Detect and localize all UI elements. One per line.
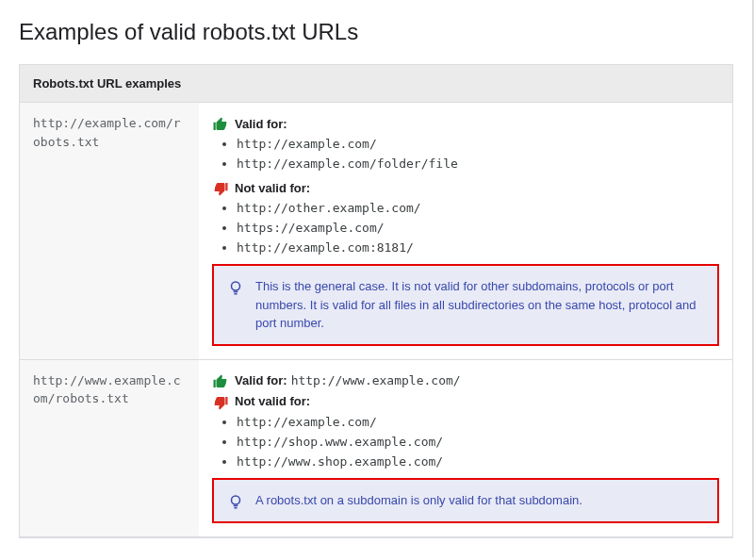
robots-url-cell: http://www.example.com/robots.txt [20,360,199,536]
note-text: A robots.txt on a subdomain is only vali… [255,491,582,510]
list-item: http://example.com/ [237,415,719,429]
list-item: http://other.example.com/ [237,201,719,215]
table-row: http://example.com/robots.txt Valid for:… [20,103,732,360]
valid-url-list: http://example.com/ http://example.com/f… [212,137,719,171]
thumbs-down-icon [212,394,229,409]
valid-for-line: Valid for: http://www.example.com/ [212,373,719,388]
not-valid-for-label: Not valid for: [235,394,310,408]
not-valid-for-line: Not valid for: [212,180,719,195]
not-valid-url-list: http://other.example.com/ https://exampl… [212,201,719,255]
valid-for-line: Valid for: [212,116,719,131]
svg-point-0 [232,282,240,290]
description-cell: Valid for: http://www.example.com/ Not v… [199,360,732,536]
valid-inline-url: http://www.example.com/ [291,373,461,387]
valid-for-label: Valid for: [235,117,287,131]
note-box: A robots.txt on a subdomain is only vali… [212,478,719,523]
thumbs-up-icon [212,373,229,388]
list-item: http://shop.www.example.com/ [237,435,719,449]
not-valid-for-line: Not valid for: [212,394,719,409]
lightbulb-icon [227,493,244,510]
not-valid-for-label: Not valid for: [235,181,310,195]
table-row: http://www.example.com/robots.txt Valid … [20,360,732,537]
examples-table: Robots.txt URL examples http://example.c… [19,64,733,538]
list-item: http://example.com/folder/file [237,156,719,171]
list-item: http://www.shop.example.com/ [237,454,719,469]
table-header: Robots.txt URL examples [20,65,732,103]
svg-point-1 [232,496,240,504]
note-text: This is the general case. It is not vali… [255,277,704,333]
valid-for-label: Valid for: [235,373,287,387]
list-item: http://example.com/ [237,137,719,151]
list-item: http://example.com:8181/ [237,240,719,255]
description-cell: Valid for: http://example.com/ http://ex… [199,103,732,359]
page-title: Examples of valid robots.txt URLs [19,19,733,45]
lightbulb-icon [227,279,244,296]
thumbs-up-icon [212,116,229,131]
not-valid-url-list: http://example.com/ http://shop.www.exam… [212,415,719,469]
thumbs-down-icon [212,180,229,195]
robots-url-cell: http://example.com/robots.txt [20,103,199,359]
list-item: https://example.com/ [237,221,719,235]
note-box: This is the general case. It is not vali… [212,264,719,346]
